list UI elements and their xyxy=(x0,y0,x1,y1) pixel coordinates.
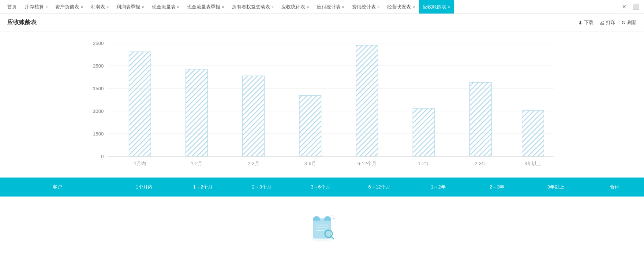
page-title: 应收账龄表 xyxy=(7,19,37,26)
close-income-tab[interactable]: × xyxy=(106,5,109,9)
svg-text:1-2月: 1-2月 xyxy=(191,161,202,166)
svg-text:2000: 2000 xyxy=(93,63,104,69)
svg-point-38 xyxy=(332,215,333,216)
download-button[interactable]: ⬇ 下载 xyxy=(578,19,594,26)
svg-text:0: 0 xyxy=(101,154,104,159)
close-cashflow-quarterly-tab[interactable]: × xyxy=(222,5,224,9)
svg-text:500: 500 xyxy=(96,131,104,137)
close-cashflow-tab[interactable]: × xyxy=(177,5,179,9)
svg-text:2-3年: 2-3年 xyxy=(475,161,486,166)
tab-ar-aging[interactable]: 应收账龄表 × xyxy=(419,0,454,14)
bar-month6-12 xyxy=(356,45,378,156)
col-header-month1: 1个月内 xyxy=(115,184,173,190)
tab-equity[interactable]: 所有者权益变动表 × xyxy=(228,0,278,14)
svg-text:1-2年: 1-2年 xyxy=(418,161,430,166)
svg-text:3-6月: 3-6月 xyxy=(304,161,316,166)
tab-inventory[interactable]: 库存核算 × xyxy=(21,0,52,14)
col-header-year2-3: 2～3年 xyxy=(468,184,527,190)
download-icon: ⬇ xyxy=(578,20,583,26)
col-header-month3-6: 3～6个月 xyxy=(291,184,350,190)
window-close-btn[interactable]: ✕ xyxy=(620,3,628,11)
svg-text:1月内: 1月内 xyxy=(134,161,146,166)
close-expense-stats-tab[interactable]: × xyxy=(377,5,379,9)
tab-ar-stats[interactable]: 应收统计表 × xyxy=(278,0,313,14)
col-header-month6-12: 6～12个月 xyxy=(350,184,409,190)
bar-month3-6 xyxy=(299,95,321,156)
tab-operations[interactable]: 经营状况表 × xyxy=(383,0,419,14)
close-inventory-tab[interactable]: × xyxy=(45,5,48,9)
svg-text:2500: 2500 xyxy=(93,41,104,46)
close-equity-tab[interactable]: × xyxy=(272,5,274,9)
col-header-month1-2: 1～2个月 xyxy=(173,184,232,190)
bar-chart-svg: 2500 2500 2500 2000 1500 0 2500 2000 150… xyxy=(15,39,629,174)
bar-month2-3 xyxy=(243,76,265,156)
close-ar-aging-tab[interactable]: × xyxy=(448,5,450,9)
tab-balance-sheet[interactable]: 资产负债表 × xyxy=(52,0,87,14)
svg-text:3年以上: 3年以上 xyxy=(524,161,541,166)
tab-cashflow-quarterly[interactable]: 现金流量表季报 × xyxy=(183,0,228,14)
close-income-quarterly-tab[interactable]: × xyxy=(142,5,144,9)
svg-point-36 xyxy=(333,218,334,219)
close-balance-tab[interactable]: × xyxy=(80,5,83,9)
col-header-total: 合计 xyxy=(585,184,644,190)
tab-ap-stats[interactable]: 应付统计表 × xyxy=(313,0,348,14)
bar-year2-3 xyxy=(469,82,491,156)
svg-text:2-3月: 2-3月 xyxy=(248,161,259,166)
empty-state xyxy=(0,197,644,255)
svg-text:1000: 1000 xyxy=(93,108,104,114)
svg-text:1500: 1500 xyxy=(93,86,104,91)
window-maximize-btn[interactable]: ⬜ xyxy=(631,3,641,11)
tab-bar: 首页 库存核算 × 资产负债表 × 利润表 × 利润表季报 × 现金流量表 × … xyxy=(0,0,644,14)
tab-expense-stats[interactable]: 费用统计表 × xyxy=(348,0,383,14)
tab-home[interactable]: 首页 xyxy=(3,4,21,10)
page-header: 应收账龄表 ⬇ 下载 🖨 打印 ↻ 刷新 xyxy=(0,14,644,31)
svg-text:6-12个月: 6-12个月 xyxy=(357,161,377,166)
table-header: 客户 1个月内 1～2个月 2～3个月 3～6个月 6～12个月 1～2年 2～… xyxy=(0,178,644,197)
tab-cashflow[interactable]: 现金流量表 × xyxy=(148,0,183,14)
col-header-customer: 客户 xyxy=(0,184,115,190)
col-header-year1-2: 1～2年 xyxy=(409,184,468,190)
svg-rect-30 xyxy=(313,218,331,239)
tab-income-quarterly[interactable]: 利润表季报 × xyxy=(113,0,148,14)
tab-income[interactable]: 利润表 × xyxy=(87,0,113,14)
main-content: 2500 2500 2500 2000 1500 0 2500 2000 150… xyxy=(0,31,644,263)
chart-area: 2500 2500 2500 2000 1500 0 2500 2000 150… xyxy=(0,31,644,178)
refresh-icon: ↻ xyxy=(621,20,626,26)
tab-bar-actions: ✕ ⬜ xyxy=(620,3,641,11)
print-button[interactable]: 🖨 打印 xyxy=(599,19,615,26)
bar-year1-2 xyxy=(413,108,435,156)
close-ap-stats-tab[interactable]: × xyxy=(342,5,344,9)
svg-point-37 xyxy=(336,222,337,223)
print-icon: 🖨 xyxy=(599,20,604,26)
bar-month1 xyxy=(129,52,151,156)
refresh-button[interactable]: ↻ 刷新 xyxy=(621,19,637,26)
close-operations-tab[interactable]: × xyxy=(412,5,415,9)
bar-month1-2 xyxy=(186,69,208,157)
col-header-year3plus: 3年以上 xyxy=(527,184,585,190)
close-ar-stats-tab[interactable]: × xyxy=(307,5,309,9)
bar-year3plus xyxy=(522,111,544,156)
empty-state-icon xyxy=(304,211,340,244)
col-header-month2-3: 2～3个月 xyxy=(232,184,291,190)
header-actions: ⬇ 下载 🖨 打印 ↻ 刷新 xyxy=(578,19,637,26)
